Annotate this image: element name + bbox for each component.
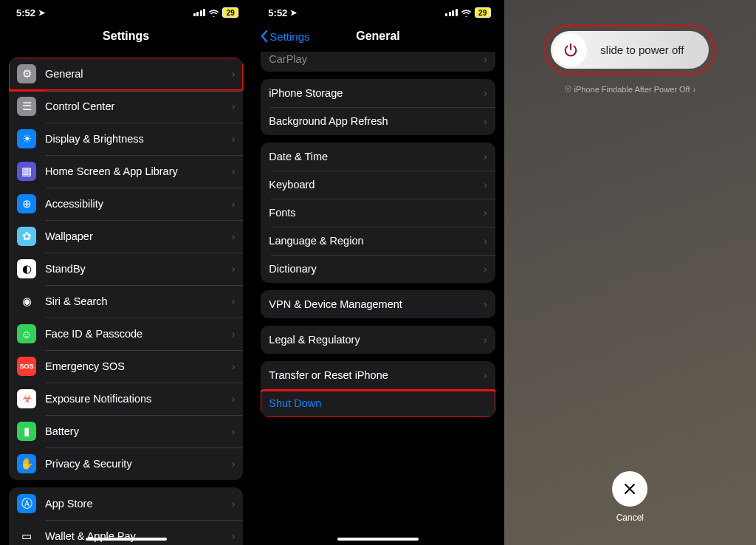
power-off-slider[interactable]: slide to power off [551, 31, 709, 69]
row-label: Exposure Notifications [45, 393, 227, 405]
status-time: 5:52 [268, 7, 287, 18]
wifi-icon [461, 9, 472, 17]
findable-link[interactable]: ⦾ iPhone Findable After Power Off › [544, 84, 715, 94]
settings-row-general[interactable]: ⚙︎ General› [9, 58, 243, 90]
general-group: CarPlay› [261, 52, 495, 72]
settings-row-privacy-security[interactable]: ✋ Privacy & Security› [9, 448, 243, 480]
general-group: Date & Time› Keyboard› Fonts› Language &… [261, 143, 495, 283]
close-icon [622, 481, 637, 496]
row-label: Battery [45, 425, 227, 437]
settings-group-main: ⚙︎ General› ☰ Control Center› ☀ Display … [9, 58, 243, 480]
findable-label: iPhone Findable After Power Off [574, 85, 690, 94]
chevron-right-icon: › [232, 100, 236, 112]
chevron-right-icon: › [484, 369, 487, 381]
row-label: Language & Region [269, 235, 479, 247]
status-bar: 5:52 ➤ 29 [252, 0, 504, 22]
nav-header: Settings [0, 22, 252, 50]
general-row-shut-down[interactable]: Shut Down [261, 389, 495, 417]
chevron-right-icon: › [484, 179, 487, 191]
general-row-transfer-or-reset-iphone[interactable]: Transfer or Reset iPhone› [261, 361, 495, 389]
chevron-right-icon: › [232, 263, 236, 275]
chevron-right-icon: › [693, 85, 695, 94]
row-icon: ▮ [17, 422, 36, 441]
row-label: Background App Refresh [269, 115, 479, 127]
general-row-carplay[interactable]: CarPlay› [261, 52, 495, 72]
home-indicator[interactable] [86, 538, 167, 541]
settings-row-home-screen-app-library[interactable]: ▦ Home Screen & App Library› [9, 155, 243, 188]
row-icon: ☀ [17, 129, 36, 148]
settings-row-face-id-passcode[interactable]: ☺ Face ID & Passcode› [9, 318, 243, 350]
row-icon: ◐ [17, 259, 36, 278]
back-button[interactable]: Settings [261, 30, 309, 43]
chevron-right-icon: › [484, 334, 487, 346]
general-group: VPN & Device Management› [261, 290, 495, 318]
general-group: Legal & Regulatory› [261, 326, 495, 354]
chevron-right-icon: › [232, 198, 236, 210]
cancel-button[interactable] [612, 471, 647, 507]
row-label: iPhone Storage [269, 87, 479, 99]
cancel-label: Cancel [612, 513, 647, 523]
cell-signal-icon [445, 9, 458, 16]
chevron-right-icon: › [232, 165, 236, 177]
settings-row-app-store[interactable]: Ⓐ App Store› [9, 487, 243, 520]
general-row-iphone-storage[interactable]: iPhone Storage› [261, 79, 495, 107]
chevron-right-icon: › [232, 295, 236, 307]
row-icon: ◉ [17, 292, 36, 311]
chevron-right-icon: › [232, 328, 236, 340]
general-row-date-time[interactable]: Date & Time› [261, 143, 495, 171]
general-row-vpn-device-management[interactable]: VPN & Device Management› [261, 290, 495, 318]
chevron-right-icon: › [484, 207, 487, 219]
slider-knob[interactable] [554, 33, 587, 66]
settings-row-emergency-sos[interactable]: SOS Emergency SOS› [9, 350, 243, 383]
highlight-box: slide to power off [544, 24, 715, 75]
row-icon: ⊕ [17, 194, 36, 213]
home-indicator[interactable] [337, 538, 419, 541]
cell-signal-icon [193, 9, 206, 16]
wifi-icon [208, 9, 219, 17]
settings-group-store: Ⓐ App Store› ▭ Wallet & Apple Pay› [9, 487, 243, 545]
general-row-legal-regulatory[interactable]: Legal & Regulatory› [261, 326, 495, 354]
settings-row-standby[interactable]: ◐ StandBy› [9, 253, 243, 285]
row-label: Control Center [45, 100, 227, 112]
power-icon [563, 42, 579, 58]
row-label: General [45, 68, 227, 80]
screen-general: 5:52 ➤ 29 Settings General CarPlay› iPho… [252, 0, 504, 545]
page-title: Settings [103, 30, 149, 43]
settings-row-accessibility[interactable]: ⊕ Accessibility› [9, 188, 243, 220]
general-row-language-region[interactable]: Language & Region› [261, 227, 495, 255]
row-label: Siri & Search [45, 295, 227, 307]
general-group: iPhone Storage› Background App Refresh› [261, 79, 495, 135]
row-icon: ⚙︎ [17, 64, 36, 83]
general-row-background-app-refresh[interactable]: Background App Refresh› [261, 107, 495, 135]
settings-row-wallpaper[interactable]: ✿ Wallpaper› [9, 220, 243, 253]
general-row-keyboard[interactable]: Keyboard› [261, 171, 495, 199]
settings-row-exposure-notifications[interactable]: ☣ Exposure Notifications› [9, 383, 243, 415]
page-title: General [356, 30, 400, 43]
settings-row-battery[interactable]: ▮ Battery› [9, 415, 243, 448]
chevron-right-icon: › [232, 133, 236, 145]
back-label: Settings [269, 30, 309, 43]
settings-row-display-brightness[interactable]: ☀ Display & Brightness› [9, 123, 243, 155]
row-icon: ✿ [17, 227, 36, 246]
general-row-dictionary[interactable]: Dictionary› [261, 255, 495, 283]
settings-row-wallet-apple-pay[interactable]: ▭ Wallet & Apple Pay› [9, 520, 243, 545]
chevron-right-icon: › [232, 458, 236, 470]
row-label: Accessibility [45, 198, 227, 210]
chevron-right-icon: › [232, 393, 236, 405]
row-label: Wallpaper [45, 230, 227, 242]
row-label: StandBy [45, 263, 227, 275]
location-icon: ➤ [38, 8, 45, 18]
chevron-right-icon: › [484, 298, 487, 310]
settings-row-siri-search[interactable]: ◉ Siri & Search› [9, 285, 243, 318]
settings-row-control-center[interactable]: ☰ Control Center› [9, 90, 243, 123]
row-icon: ☰ [17, 97, 36, 116]
row-label: Emergency SOS [45, 360, 227, 372]
screen-power-off: slide to power off ⦾ iPhone Findable Aft… [504, 0, 756, 545]
general-row-fonts[interactable]: Fonts› [261, 199, 495, 227]
row-icon: ✋ [17, 454, 36, 473]
row-label: Shut Down [269, 397, 487, 409]
screen-settings: 5:52 ➤ 29 Settings ⚙︎ General› ☰ Control… [0, 0, 252, 545]
row-icon: ▭ [17, 527, 36, 545]
general-group: Transfer or Reset iPhone› Shut Down [261, 361, 495, 417]
chevron-left-icon [261, 30, 268, 42]
